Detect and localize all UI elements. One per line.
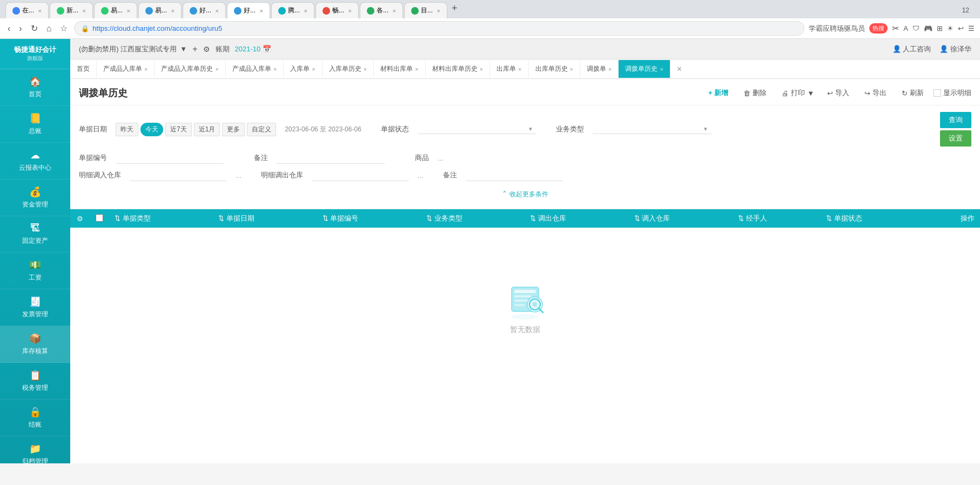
page-tab-3[interactable]: 产成品入库单 × — [226, 60, 284, 78]
th-doc-status[interactable]: ⇅ 单据状态 — [821, 209, 924, 228]
biz-type-select[interactable]: ▼ — [593, 124, 711, 134]
sidebar-item-archive[interactable]: 📁 归档管理 — [0, 436, 70, 463]
back-button[interactable]: ‹ — [5, 22, 12, 36]
th-checkbox[interactable] — [90, 209, 109, 228]
query-button[interactable]: 查询 — [940, 112, 971, 128]
note-input[interactable] — [277, 152, 385, 164]
tab-6-close[interactable]: × — [415, 66, 418, 72]
tab-close-9[interactable]: × — [437, 8, 440, 14]
tab-7-close[interactable]: × — [480, 66, 483, 72]
forward-button[interactable]: › — [17, 22, 24, 36]
date-btn-custom[interactable]: 自定义 — [247, 123, 276, 136]
browser-tab-4[interactable]: 好... × — [183, 2, 226, 18]
th-in-warehouse[interactable]: ⇅ 调入仓库 — [629, 209, 733, 228]
tab-close-1[interactable]: × — [83, 8, 86, 14]
page-tab-1[interactable]: 产成品入库单 × — [97, 60, 155, 78]
service-link[interactable]: 👤 人工咨询 — [892, 44, 931, 54]
browser-tab-7[interactable]: 畅... × — [316, 2, 359, 18]
th-out-warehouse[interactable]: ⇅ 调出仓库 — [525, 209, 628, 228]
date-btn-more[interactable]: 更多 — [222, 123, 245, 136]
in-warehouse-ellipsis[interactable]: ... — [236, 171, 241, 180]
sidebar-item-capital[interactable]: 💰 资金管理 — [0, 180, 70, 216]
browser-tab-6[interactable]: 腾... × — [271, 2, 314, 18]
address-bar[interactable]: 🔒 https://cloud.chanjet.com/accounting/u… — [74, 21, 804, 36]
tab-1-close[interactable]: × — [144, 66, 147, 72]
browser-tab-1[interactable]: 新... × — [50, 2, 93, 18]
sidebar-item-fixed[interactable]: 🏗 固定资产 — [0, 216, 70, 253]
tab-close-2[interactable]: × — [127, 8, 130, 14]
display-toggle[interactable]: 显示明细 — [934, 88, 971, 98]
sidebar-item-closing[interactable]: 🔒 结账 — [0, 400, 70, 436]
settings-button[interactable]: 设置 — [940, 130, 971, 147]
th-handler[interactable]: ⇅ 经手人 — [733, 209, 821, 228]
home-button[interactable]: ⌂ — [44, 22, 54, 36]
browser-tab-2[interactable]: 易... × — [94, 2, 137, 18]
date-btn-7days[interactable]: 近7天 — [165, 123, 192, 136]
sidebar-item-inventory[interactable]: 📦 库存核算 — [0, 326, 70, 363]
sidebar-item-salary[interactable]: 💵 工资 — [0, 253, 70, 289]
out-warehouse-input[interactable] — [312, 169, 409, 181]
doc-num-input[interactable] — [116, 152, 224, 164]
period-selector[interactable]: 2021-10 📅 — [235, 45, 272, 53]
reload-button[interactable]: ↻ — [29, 21, 40, 36]
tab-close-active[interactable]: × — [260, 8, 263, 14]
tab-2-close[interactable]: × — [215, 66, 218, 72]
tab-4-close[interactable]: × — [312, 66, 315, 72]
add-company-btn[interactable]: + — [192, 44, 197, 54]
page-tab-6[interactable]: 材料出库单 × — [374, 60, 425, 78]
goods-ellipsis[interactable]: ... — [438, 154, 444, 162]
th-gear[interactable]: ⚙ — [70, 209, 90, 228]
note2-input[interactable] — [466, 169, 563, 181]
th-doc-type[interactable]: ⇅ 单据类型 — [109, 209, 213, 228]
display-checkbox[interactable] — [934, 89, 941, 97]
refresh-btn[interactable]: ↻ 刷新 — [896, 85, 929, 101]
print-btn[interactable]: 🖨 打印 ▼ — [776, 85, 817, 101]
page-tab-9[interactable]: 出库单历史 × — [529, 60, 580, 78]
new-btn[interactable]: + 新增 — [703, 85, 734, 101]
page-tab-8[interactable]: 出库单 × — [490, 60, 528, 78]
settings-icon[interactable]: ⚙ — [203, 45, 210, 54]
new-tab-btn[interactable]: + — [448, 0, 461, 18]
tab-10-close[interactable]: × — [608, 66, 612, 72]
tab-8-close[interactable]: × — [518, 66, 521, 72]
delete-btn[interactable]: 🗑 删除 — [738, 85, 772, 101]
tab-close-3[interactable]: × — [171, 8, 174, 14]
tab-close-7[interactable]: × — [348, 8, 352, 14]
sidebar-item-tax[interactable]: 📋 税务管理 — [0, 363, 70, 400]
page-tab-10[interactable]: 调拨单 × — [580, 60, 619, 78]
page-tab-5[interactable]: 入库单历史 × — [323, 60, 374, 78]
user-avatar[interactable]: 👤 徐泽华 — [939, 44, 971, 54]
tab-panel-close[interactable]: × — [673, 60, 686, 78]
collapse-row[interactable]: ⌃ 收起更多条件 — [79, 187, 971, 202]
company-selector[interactable]: (勿删勿禁用) 江西服宝测试专用 ▼ — [79, 44, 187, 54]
sidebar-item-report[interactable]: ☁ 云报表中心 — [0, 143, 70, 180]
tab-close-8[interactable]: × — [393, 8, 396, 14]
sidebar-item-ledger[interactable]: 📒 总账 — [0, 106, 70, 143]
page-tab-2[interactable]: 产成品入库单历史 × — [155, 60, 225, 78]
th-doc-date[interactable]: ⇅ 单据日期 — [213, 209, 317, 228]
date-btn-today[interactable]: 今天 — [140, 123, 163, 136]
tab-close-0[interactable]: × — [38, 8, 42, 14]
browser-tab-3[interactable]: 易... × — [138, 2, 182, 18]
tab-11-close[interactable]: × — [660, 66, 663, 72]
browser-tab-9[interactable]: 目... × — [404, 2, 447, 18]
date-btn-yesterday[interactable]: 昨天 — [116, 123, 138, 136]
sidebar-item-invoice[interactable]: 🧾 发票管理 — [0, 289, 70, 326]
tab-5-close[interactable]: × — [364, 66, 367, 72]
date-btn-1month[interactable]: 近1月 — [194, 123, 220, 136]
browser-tab-active[interactable]: 好... × — [227, 2, 270, 18]
in-warehouse-input[interactable] — [130, 169, 227, 181]
export-btn[interactable]: ↪ 导出 — [859, 85, 892, 101]
th-doc-num[interactable]: ⇅ 单据编号 — [317, 209, 421, 228]
page-tab-home[interactable]: 首页 — [70, 60, 97, 78]
tab-3-close[interactable]: × — [273, 66, 277, 72]
tab-close-4[interactable]: × — [216, 8, 219, 14]
import-btn[interactable]: ↩ 导入 — [822, 85, 855, 101]
bookmark-button[interactable]: ☆ — [58, 21, 70, 36]
select-all-checkbox[interactable] — [96, 214, 103, 222]
out-warehouse-ellipsis[interactable]: ... — [418, 171, 424, 180]
tab-close-6[interactable]: × — [304, 8, 307, 14]
browser-tab-8[interactable]: 各... × — [360, 2, 403, 18]
status-select[interactable]: ▼ — [418, 124, 536, 134]
page-tab-7[interactable]: 材料出库单历史 × — [426, 60, 490, 78]
